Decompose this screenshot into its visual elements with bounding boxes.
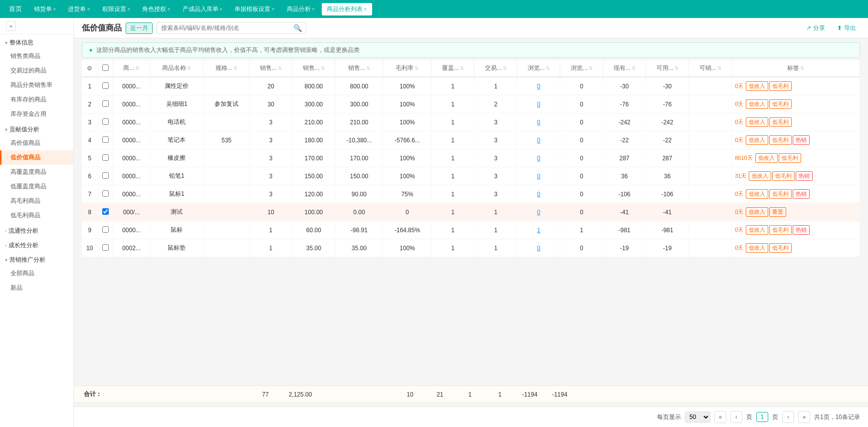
row-checkbox[interactable] — [102, 244, 109, 251]
sidebar-item-low-margin[interactable]: 低毛利商品 — [0, 208, 73, 223]
nav-permissions-close[interactable]: × — [127, 6, 130, 12]
nav-home[interactable]: 首页 — [4, 2, 27, 15]
row-checkbox-cell[interactable] — [98, 221, 113, 239]
search-icon[interactable]: 🔍 — [293, 24, 302, 32]
row-checkbox[interactable] — [102, 226, 109, 233]
row-browse1[interactable]: 0 — [517, 95, 560, 113]
col-sellable[interactable]: 可销...⇅ — [689, 60, 732, 77]
nav-purchase-close[interactable]: × — [87, 6, 90, 12]
row-checkbox[interactable] — [102, 82, 109, 89]
row-checkbox[interactable] — [102, 172, 109, 179]
select-all-checkbox[interactable] — [102, 64, 109, 71]
row-browse1[interactable]: 0 — [517, 77, 560, 95]
sidebar-group-overall[interactable]: ▾ 整体信息 — [0, 34, 73, 49]
sidebar-item-low-coverage[interactable]: 低覆盖度商品 — [0, 179, 73, 194]
col-sales-x[interactable]: 销售...⇅ — [335, 60, 383, 77]
sidebar-item-low-value[interactable]: 低价值商品 — [0, 150, 73, 165]
sidebar-item-high-margin[interactable]: 高毛利商品 — [0, 194, 73, 208]
browse-link[interactable]: 0 — [537, 119, 541, 126]
nav-product-in[interactable]: 产成品入库单× — [178, 3, 227, 15]
row-checkbox-cell[interactable] — [98, 149, 113, 167]
browse-link[interactable]: 0 — [537, 155, 541, 162]
col-browse1[interactable]: 浏览...⇅ — [517, 60, 560, 77]
export-button[interactable]: ⬆ 导出 — [833, 22, 860, 34]
sidebar-item-stock-goods[interactable]: 有库存的商品 — [0, 92, 73, 107]
browse-link[interactable]: 0 — [537, 209, 541, 216]
row-browse1[interactable]: 0 — [517, 167, 560, 185]
nav-sales[interactable]: 销货单× — [29, 3, 61, 15]
browse-link[interactable]: 0 — [537, 191, 541, 198]
row-checkbox-cell[interactable] — [98, 185, 113, 203]
row-checkbox-cell[interactable] — [98, 113, 113, 131]
current-page[interactable]: 1 — [756, 412, 768, 422]
per-page-select[interactable]: 50 20 100 — [685, 412, 710, 423]
browse-link[interactable]: 0 — [537, 137, 541, 144]
row-checkbox-cell[interactable] — [98, 239, 113, 257]
row-browse1[interactable]: 0 — [517, 113, 560, 131]
nav-sales-close[interactable]: × — [53, 6, 56, 12]
browse-link[interactable]: 0 — [537, 245, 541, 252]
checkbox-col-header[interactable] — [98, 60, 113, 77]
sidebar-collapse-btn[interactable]: « — [6, 21, 16, 31]
nav-goods-list-close[interactable]: × — [364, 6, 367, 12]
browse-link[interactable]: 0 — [537, 173, 541, 180]
sidebar-group-contribution[interactable]: ▾ 贡献值分析 — [0, 121, 73, 136]
row-browse1[interactable]: 0 — [517, 149, 560, 167]
row-checkbox-cell[interactable] — [98, 203, 113, 221]
col-stock[interactable]: 现有...⇅ — [603, 60, 646, 77]
nav-template-close[interactable]: × — [271, 6, 274, 12]
share-button[interactable]: ↗ 分享 — [802, 22, 829, 34]
col-avail[interactable]: 可用...⇅ — [646, 60, 689, 77]
sidebar-item-high-value[interactable]: 高价值商品 — [0, 136, 73, 150]
row-browse1[interactable]: 1 — [517, 221, 560, 239]
row-checkbox[interactable] — [102, 118, 109, 125]
row-checkbox-cell[interactable] — [98, 167, 113, 185]
row-checkbox[interactable] — [102, 136, 109, 143]
search-input[interactable] — [161, 24, 291, 31]
sidebar-group-growth[interactable]: › 成长性分析 — [0, 237, 73, 252]
row-browse1[interactable]: 0 — [517, 131, 560, 149]
row-checkbox-cell[interactable] — [98, 131, 113, 149]
nav-goods-analysis-close[interactable]: × — [312, 6, 315, 12]
sidebar-group-flow[interactable]: › 流通性分析 — [0, 223, 73, 237]
row-browse1[interactable]: 0 — [517, 203, 560, 221]
row-checkbox[interactable] — [102, 190, 109, 197]
nav-roles[interactable]: 角色授权× — [137, 3, 175, 15]
sidebar-item-sales-goods[interactable]: 销售类商品 — [0, 49, 73, 63]
nav-goods-list[interactable]: 商品分析列表× — [322, 3, 372, 15]
row-checkbox-cell[interactable] — [98, 77, 113, 95]
sidebar-group-marketing[interactable]: ▾ 营销推广分析 — [0, 252, 73, 266]
col-sales-amt[interactable]: 销售...⇅ — [292, 60, 335, 77]
col-name[interactable]: 商品名称⇅ — [150, 60, 204, 77]
prev-page-btn[interactable]: ‹ — [730, 411, 742, 423]
nav-roles-close[interactable]: × — [167, 6, 170, 12]
browse-link[interactable]: 0 — [537, 101, 541, 108]
col-margin[interactable]: 毛利率⇅ — [383, 60, 432, 77]
col-code[interactable]: 商...⇅ — [113, 60, 150, 77]
col-browse2[interactable]: 浏览...⇅ — [560, 60, 603, 77]
row-checkbox[interactable] — [102, 208, 109, 215]
browse-link[interactable]: 0 — [537, 83, 541, 90]
col-sales-qty[interactable]: 销售...⇅ — [249, 60, 292, 77]
settings-col-header[interactable]: ⚙ — [82, 60, 98, 77]
col-trade[interactable]: 交易...⇅ — [474, 60, 517, 77]
next-page-btn[interactable]: › — [782, 411, 794, 423]
nav-purchase[interactable]: 进货单× — [63, 3, 95, 15]
row-browse1[interactable]: 0 — [517, 185, 560, 203]
nav-product-in-close[interactable]: × — [219, 6, 222, 12]
sidebar-item-high-coverage[interactable]: 高覆盖度商品 — [0, 165, 73, 179]
time-badge[interactable]: 近一月 — [126, 22, 153, 34]
sidebar-item-new-goods[interactable]: 新品 — [0, 281, 73, 295]
col-spec[interactable]: 规格...⇅ — [204, 60, 249, 77]
row-browse1[interactable]: 0 — [517, 239, 560, 257]
row-checkbox-cell[interactable] — [98, 95, 113, 113]
nav-template[interactable]: 单据模板设置× — [229, 3, 279, 15]
sidebar-item-traded-goods[interactable]: 交易过的商品 — [0, 63, 73, 78]
col-tag[interactable]: 标签⇅ — [732, 60, 860, 77]
row-checkbox[interactable] — [102, 154, 109, 161]
sidebar-item-all-goods[interactable]: 全部商品 — [0, 266, 73, 281]
nav-permissions[interactable]: 权限设置× — [97, 3, 135, 15]
nav-goods-analysis[interactable]: 商品分析× — [282, 3, 320, 15]
browse-link[interactable]: 1 — [537, 227, 541, 234]
sidebar-item-stock-capital[interactable]: 库存资金占用 — [0, 107, 73, 121]
